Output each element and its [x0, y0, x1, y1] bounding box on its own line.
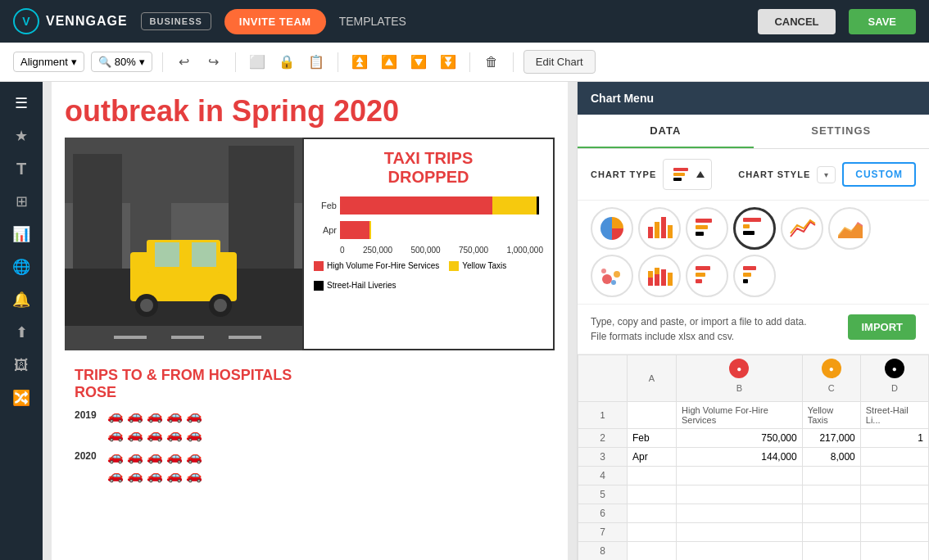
- svg-rect-39: [661, 269, 666, 286]
- custom-button[interactable]: CUSTOM: [842, 162, 916, 187]
- search-icon: 🔍: [98, 56, 111, 68]
- delete-button[interactable]: 🗑: [480, 51, 503, 74]
- save-button[interactable]: SAVE: [849, 9, 916, 34]
- tab-data[interactable]: DATA: [578, 115, 754, 148]
- sidebar-elements-icon[interactable]: ⊞: [7, 187, 36, 216]
- car-2020-5: 🚗: [186, 449, 202, 464]
- chart-icon-hbar-selected[interactable]: [733, 207, 776, 250]
- svg-rect-16: [171, 336, 204, 339]
- row-2-b[interactable]: 750,000: [677, 429, 803, 448]
- photo-side: [65, 138, 302, 350]
- svg-rect-36: [648, 271, 653, 278]
- car-2020-6: 🚗: [107, 467, 124, 483]
- edit-chart-button[interactable]: Edit Chart: [523, 50, 596, 74]
- chart-icon-hbar2[interactable]: [686, 255, 728, 297]
- row-3-a[interactable]: Apr: [628, 448, 677, 467]
- separator-4: [469, 52, 470, 72]
- chart-icon-hbar3[interactable]: [733, 255, 776, 297]
- table-row: 5: [578, 485, 929, 504]
- svg-point-34: [601, 269, 606, 273]
- svg-point-12: [140, 299, 153, 312]
- table-row: 4: [578, 467, 929, 485]
- sidebar-shuffle-icon[interactable]: 🔀: [7, 383, 36, 413]
- feb-label: Feb: [314, 201, 337, 210]
- move-bottom-button[interactable]: ⏬: [437, 51, 460, 74]
- svg-rect-29: [743, 224, 750, 228]
- feb-yellow-bar: [492, 196, 537, 215]
- import-button[interactable]: IMPORT: [848, 314, 916, 340]
- svg-rect-20: [673, 178, 682, 181]
- legend-street: Street-Hail Liveries: [314, 281, 396, 291]
- move-down-button[interactable]: 🔽: [407, 51, 430, 74]
- templates-link[interactable]: TEMPLATES: [339, 15, 406, 28]
- chart-icon-bubble[interactable]: [591, 255, 633, 297]
- col-b-color: ●: [729, 359, 749, 378]
- sidebar-chart-icon[interactable]: 📊: [7, 219, 36, 249]
- sidebar-star-icon[interactable]: ★: [7, 121, 36, 151]
- chart-tabs: DATA SETTINGS: [578, 115, 929, 149]
- tab-settings[interactable]: SETTINGS: [754, 115, 930, 148]
- canvas-area: outbreak in Spring 2020: [43, 82, 577, 560]
- sidebar-menu-icon[interactable]: ☰: [7, 88, 36, 118]
- row-2-c[interactable]: 217,000: [802, 429, 860, 448]
- table-row: 1 High Volume For-Hire Services Yellow T…: [578, 402, 929, 429]
- invite-team-button[interactable]: INVITE TEAM: [224, 9, 326, 34]
- lock-button[interactable]: 🔒: [275, 51, 298, 74]
- main-layout: ☰ ★ T ⊞ 📊 🌐 🔔 ⬆ 🖼 🔀 outbreak in Spring 2…: [0, 82, 929, 560]
- year-2020-row2: 🚗 🚗 🚗 🚗 🚗: [75, 467, 292, 483]
- business-badge-button[interactable]: BUSINESS: [141, 12, 211, 30]
- row-1-d[interactable]: Street-Hail Li...: [860, 402, 928, 429]
- sidebar-image-icon[interactable]: 🖼: [7, 350, 36, 380]
- row-3-b[interactable]: 144,000: [677, 448, 803, 467]
- move-up-button[interactable]: 🔼: [378, 51, 401, 74]
- alignment-dropdown[interactable]: Alignment ▾: [13, 52, 84, 72]
- sidebar-upload-icon[interactable]: ⬆: [7, 318, 36, 347]
- col-b-header[interactable]: ● B: [677, 355, 803, 402]
- row-3-c[interactable]: 8,000: [802, 448, 860, 467]
- zoom-dropdown[interactable]: 🔍 80% ▾: [91, 52, 152, 72]
- chart-icon-bar[interactable]: [638, 207, 681, 250]
- svg-rect-8: [155, 242, 179, 267]
- chart-icon-stacked[interactable]: [638, 255, 681, 297]
- chart-icon-line[interactable]: [781, 207, 823, 250]
- col-d-color: ●: [885, 359, 904, 378]
- car-2019-5: 🚗: [186, 408, 202, 423]
- svg-rect-35: [648, 278, 653, 286]
- car-2019-7: 🚗: [127, 427, 143, 442]
- col-c-header[interactable]: ● C: [802, 355, 860, 402]
- bar-chart: Feb Apr: [314, 196, 543, 339]
- row-3-d[interactable]: [860, 448, 928, 467]
- row-2-a[interactable]: Feb: [628, 429, 677, 448]
- sidebar-alert-icon[interactable]: 🔔: [7, 285, 36, 314]
- cancel-button[interactable]: CANCEL: [758, 9, 835, 34]
- chart-icon-area[interactable]: [828, 207, 871, 250]
- sidebar-text-icon[interactable]: T: [7, 154, 36, 183]
- canvas-content: outbreak in Spring 2020: [52, 82, 568, 560]
- row-1-b[interactable]: High Volume For-Hire Services: [677, 402, 803, 429]
- chart-icon-hbar[interactable]: [686, 207, 728, 250]
- chart-style-dropdown[interactable]: ▾: [817, 166, 836, 183]
- undo-button[interactable]: ↩: [173, 51, 196, 74]
- table-row: 6: [578, 504, 929, 523]
- row-1-c[interactable]: Yellow Taxis: [802, 402, 860, 429]
- chart-type-selector[interactable]: [663, 159, 712, 190]
- table-header-row: A ● B ● C: [578, 355, 929, 402]
- hospitals-section: TRIPS TO & FROM HOSPITALS ROSE 2019 🚗 🚗 …: [65, 357, 555, 521]
- legend-dot-yellow: [449, 261, 459, 271]
- copy-button[interactable]: 📋: [305, 51, 328, 74]
- move-top-button[interactable]: ⏫: [348, 51, 371, 74]
- svg-rect-30: [743, 231, 755, 235]
- separator-1: [162, 52, 163, 72]
- row-1-a[interactable]: [628, 402, 677, 429]
- logo-area: V VENNGAGE: [13, 8, 128, 34]
- col-d-header[interactable]: ● D: [860, 355, 928, 402]
- chart-icon-pie[interactable]: [591, 207, 633, 250]
- redo-button[interactable]: ↪: [202, 51, 225, 74]
- car-2020-7: 🚗: [127, 467, 143, 483]
- row-2-d[interactable]: 1: [860, 429, 928, 448]
- car-2020-9: 🚗: [166, 467, 183, 483]
- car-2020-1: 🚗: [107, 449, 124, 464]
- arrange-button[interactable]: ⬜: [246, 51, 269, 74]
- sidebar-globe-icon[interactable]: 🌐: [7, 252, 36, 282]
- svg-rect-26: [696, 225, 708, 229]
